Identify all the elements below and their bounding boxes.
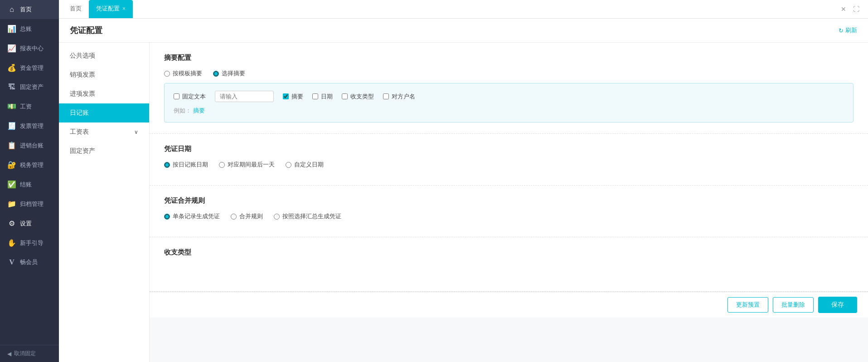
pin-icon: ◀ xyxy=(7,351,11,357)
sidebar-item-settle[interactable]: ✅ 结账 xyxy=(0,175,59,194)
settle-icon: ✅ xyxy=(7,180,16,189)
option-template-summary[interactable]: 按模板摘要 xyxy=(164,69,202,78)
sidebar-item-fund[interactable]: 💰 资金管理 xyxy=(0,58,59,78)
archive-icon: 📁 xyxy=(7,200,16,208)
radio-journal-date[interactable] xyxy=(164,162,170,168)
nav-item-payroll-table[interactable]: 工资表 ∨ xyxy=(59,122,149,142)
tab-voucher-config[interactable]: 凭证配置 × xyxy=(89,0,133,18)
tax-icon: 🔐 xyxy=(7,161,16,169)
summary-example: 例如： 摘要 xyxy=(174,107,844,115)
option-custom-date[interactable]: 自定义日期 xyxy=(286,161,324,169)
section-merge-rule: 凭证合并规则 单条记录生成凭证 合并规则 按照选择汇总生成凭证 xyxy=(150,186,868,237)
nav-item-sales-invoice[interactable]: 销项发票 xyxy=(59,65,149,84)
sidebar-item-archive[interactable]: 📁 归档管理 xyxy=(0,194,59,214)
option-summary-generate[interactable]: 按照选择汇总生成凭证 xyxy=(274,212,341,220)
option-date[interactable]: 日期 xyxy=(312,93,333,101)
option-select-summary[interactable]: 选择摘要 xyxy=(213,69,245,78)
payroll-icon: 💵 xyxy=(7,102,16,111)
radio-template-summary[interactable] xyxy=(164,71,170,77)
option-single[interactable]: 单条记录生成凭证 xyxy=(164,212,220,220)
window-controls: ✕ ⛶ xyxy=(839,5,864,14)
option-merge[interactable]: 合并规则 xyxy=(231,212,263,220)
sidebar-item-sales[interactable]: 📋 进销台账 xyxy=(0,136,59,155)
refresh-button[interactable]: ↻ 刷新 xyxy=(839,26,857,34)
fund-icon: 💰 xyxy=(7,64,16,72)
ledger-icon: 📊 xyxy=(7,24,16,33)
content-layout: 公共选项 销项发票 进项发票 日记账 工资表 ∨ 固定资产 摘要配置 xyxy=(59,43,868,362)
summary-box: 固定文本 摘要 日期 收支类型 xyxy=(164,83,853,122)
income-type-title: 收支类型 xyxy=(164,248,853,257)
home-icon: ⌂ xyxy=(7,5,16,14)
sales-icon: 📋 xyxy=(7,141,16,150)
checkbox-fixed-text[interactable] xyxy=(174,93,179,99)
main-area: 首页 凭证配置 × ✕ ⛶ 凭证配置 ↻ 刷新 公共选项 销项发票 进项 xyxy=(59,0,868,362)
invoice-icon: 🧾 xyxy=(7,122,16,130)
merge-rule-options: 单条记录生成凭证 合并规则 按照选择汇总生成凭证 xyxy=(164,212,853,220)
voucher-date-options: 按日记账日期 对应期间最后一天 自定义日期 xyxy=(164,161,853,169)
report-icon: 📈 xyxy=(7,44,16,53)
nav-item-fixed-asset[interactable]: 固定资产 xyxy=(59,142,149,161)
option-income-type[interactable]: 收支类型 xyxy=(342,93,374,101)
expand-button[interactable]: ⛶ xyxy=(852,5,861,14)
sidebar-item-payroll[interactable]: 💵 工资 xyxy=(0,97,59,116)
nav-item-journal[interactable]: 日记账 xyxy=(59,103,149,122)
radio-select-summary[interactable] xyxy=(213,71,219,77)
sidebar-item-report[interactable]: 📈 报表中心 xyxy=(0,39,59,58)
checkbox-income-type[interactable] xyxy=(342,93,348,99)
left-nav: 公共选项 销项发票 进项发票 日记账 工资表 ∨ 固定资产 xyxy=(59,43,150,362)
vip-icon: V xyxy=(7,258,16,266)
voucher-date-title: 凭证日期 xyxy=(164,145,853,153)
section-income-type: 收支类型 xyxy=(150,237,868,292)
sidebar-item-ledger[interactable]: 📊 总账 xyxy=(0,19,59,39)
save-button[interactable]: 保存 xyxy=(818,297,857,313)
action-bar: 更新预置 批量删除 保存 xyxy=(150,292,868,318)
batch-delete-button[interactable]: 批量删除 xyxy=(773,297,814,313)
checkbox-counterparty[interactable] xyxy=(383,93,389,99)
page-title: 凭证配置 xyxy=(70,25,102,36)
sidebar-item-invoice[interactable]: 🧾 发票管理 xyxy=(0,116,59,136)
option-fixed-text[interactable]: 固定文本 xyxy=(174,93,206,101)
summary-mode-row: 按模板摘要 选择摘要 xyxy=(164,69,853,78)
option-counterparty[interactable]: 对方户名 xyxy=(383,93,415,101)
sidebar-item-vip[interactable]: V 畅会员 xyxy=(0,253,59,272)
right-content: 摘要配置 按模板摘要 选择摘要 固定文本 xyxy=(150,43,868,362)
update-preview-button[interactable]: 更新预置 xyxy=(727,297,768,313)
nav-item-purchase-invoice[interactable]: 进项发票 xyxy=(59,84,149,103)
fixed-text-input[interactable] xyxy=(215,91,274,102)
guide-icon: ✋ xyxy=(7,239,16,247)
option-abstract[interactable]: 摘要 xyxy=(283,93,303,101)
close-button[interactable]: ✕ xyxy=(839,5,848,14)
sidebar-item-settings[interactable]: ⚙ 设置 xyxy=(0,214,59,233)
merge-rule-title: 凭证合并规则 xyxy=(164,196,853,205)
tab-close-icon[interactable]: × xyxy=(122,5,126,12)
sidebar-item-guide[interactable]: ✋ 新手引导 xyxy=(0,233,59,253)
radio-single[interactable] xyxy=(164,214,170,220)
asset-icon: 🏗 xyxy=(7,83,16,91)
sidebar-item-home[interactable]: ⌂ 首页 xyxy=(0,0,59,19)
refresh-icon: ↻ xyxy=(839,27,844,34)
sidebar-item-asset[interactable]: 🏗 固定资产 xyxy=(0,78,59,97)
unpin-button[interactable]: ◀ 取消固定 xyxy=(0,345,59,362)
summary-title: 摘要配置 xyxy=(164,54,853,62)
radio-merge[interactable] xyxy=(231,214,237,220)
sidebar: ⌂ 首页 📊 总账 📈 报表中心 💰 资金管理 🏗 固定资产 💵 工资 🧾 发票… xyxy=(0,0,59,362)
summary-checkbox-row: 固定文本 摘要 日期 收支类型 xyxy=(174,91,844,102)
option-last-day[interactable]: 对应期间最后一天 xyxy=(219,161,275,169)
chevron-down-icon: ∨ xyxy=(134,129,138,135)
page-header: 凭证配置 ↻ 刷新 xyxy=(59,19,868,43)
nav-item-public[interactable]: 公共选项 xyxy=(59,46,149,65)
tab-bar: 首页 凭证配置 × ✕ ⛶ xyxy=(59,0,868,19)
settings-icon: ⚙ xyxy=(7,219,16,228)
radio-custom-date[interactable] xyxy=(286,162,291,168)
radio-summary-generate[interactable] xyxy=(274,214,280,220)
option-journal-date[interactable]: 按日记账日期 xyxy=(164,161,208,169)
tab-home[interactable]: 首页 xyxy=(63,0,89,18)
checkbox-date[interactable] xyxy=(312,93,318,99)
sidebar-item-tax[interactable]: 🔐 税务管理 xyxy=(0,155,59,175)
radio-last-day[interactable] xyxy=(219,162,225,168)
section-summary: 摘要配置 按模板摘要 选择摘要 固定文本 xyxy=(150,43,868,134)
checkbox-abstract[interactable] xyxy=(283,93,289,99)
section-voucher-date: 凭证日期 按日记账日期 对应期间最后一天 自定义日期 xyxy=(150,134,868,186)
